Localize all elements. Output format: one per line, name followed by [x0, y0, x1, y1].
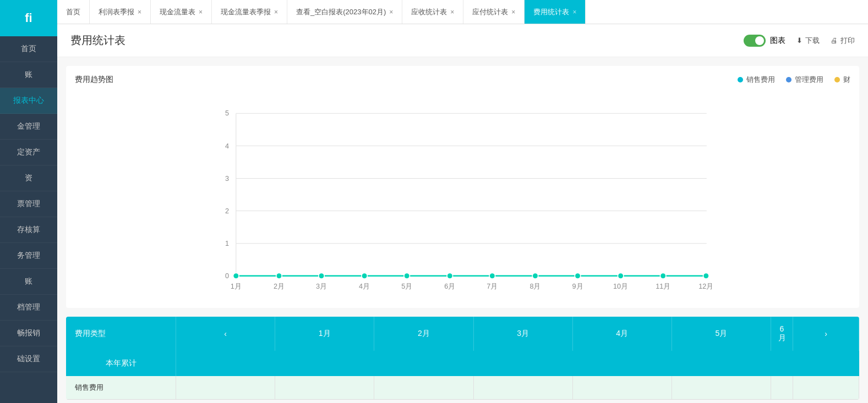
sidebar-item-capital[interactable]: 资 — [0, 165, 57, 191]
sidebar-logo: fi — [0, 0, 57, 36]
col-prev-arrow[interactable]: ‹ — [176, 317, 275, 351]
sidebar-item-settings[interactable]: 础设置 — [0, 346, 57, 372]
tab-close-cashflow[interactable]: × — [199, 8, 203, 16]
svg-point-36 — [660, 273, 666, 279]
tab-close-profit-quarter[interactable]: × — [138, 8, 141, 16]
svg-point-31 — [447, 273, 453, 279]
svg-text:11月: 11月 — [656, 283, 670, 290]
col-month-5: 5月 — [672, 317, 771, 351]
legend-label-sales: 销售费用 — [746, 75, 775, 85]
svg-text:10月: 10月 — [613, 283, 628, 290]
row-sales-m3 — [474, 376, 573, 399]
legend-dot-admin — [786, 77, 791, 82]
expense-table: 费用类型 ‹ 1月 2月 3月 4月 5月 6月 › 本年累计 销售费用 — [66, 317, 859, 400]
sidebar-item-home[interactable]: 首页 — [0, 36, 57, 62]
svg-point-35 — [618, 273, 624, 279]
row-sales-cumul — [793, 376, 859, 399]
col-month-4: 4月 — [573, 317, 672, 351]
download-button[interactable]: ⬇ 下载 — [796, 36, 820, 46]
print-button[interactable]: 🖨 打印 — [831, 36, 855, 46]
svg-point-26 — [233, 273, 239, 279]
tab-profit-quarter[interactable]: 利润表季报 × — [90, 0, 151, 24]
legend-dot-sales — [738, 77, 743, 82]
chart-toggle-label: 图表 — [770, 36, 785, 46]
row-sales-m2 — [374, 376, 473, 399]
svg-point-32 — [489, 273, 495, 279]
tab-payable[interactable]: 应付统计表 × — [463, 0, 525, 24]
svg-point-34 — [575, 273, 581, 279]
svg-text:9月: 9月 — [572, 283, 583, 290]
svg-text:4: 4 — [225, 142, 229, 150]
page-title: 费用统计表 — [70, 33, 125, 48]
svg-text:0: 0 — [225, 272, 229, 280]
svg-text:12月: 12月 — [698, 283, 713, 290]
table-header-row: 费用类型 ‹ 1月 2月 3月 4月 5月 6月 › 本年累计 — [66, 317, 859, 376]
svg-text:5: 5 — [225, 109, 229, 117]
chart-legend: 销售费用 管理费用 财 — [738, 75, 850, 85]
sidebar-item-voucher[interactable]: 票管理 — [0, 191, 57, 217]
chart-container: 0 1 2 3 4 5 1月 2月 3月 4月 5月 6月 7月 8月 9 — [75, 90, 850, 299]
header-actions: 图表 ⬇ 下载 🖨 打印 — [744, 35, 855, 47]
tab-close-payable[interactable]: × — [511, 8, 515, 16]
row-sales-type: 销售费用 — [66, 376, 176, 399]
chart-title: 费用趋势图 — [75, 75, 113, 85]
svg-text:2月: 2月 — [274, 283, 285, 290]
sidebar-item-reports[interactable]: 报表中心 — [0, 88, 57, 114]
main-content: 首页 利润表季报 × 现金流量表 × 现金流量表季报 × 查看_空白报表(202… — [57, 0, 868, 403]
svg-point-28 — [319, 273, 325, 279]
tab-cashflow[interactable]: 现金流量表 × — [151, 0, 212, 24]
sidebar-item-inventory[interactable]: 存核算 — [0, 217, 57, 243]
svg-text:1月: 1月 — [231, 283, 242, 290]
chart-header: 费用趋势图 销售费用 管理费用 财 — [75, 75, 850, 85]
tab-cashflow-quarter[interactable]: 现金流量表季报 × — [212, 0, 287, 24]
page-header: 费用统计表 图表 ⬇ 下载 🖨 打印 — [57, 24, 868, 57]
svg-text:3月: 3月 — [316, 283, 327, 290]
legend-admin: 管理费用 — [786, 75, 823, 85]
col-month-6: 6月 — [771, 317, 793, 351]
tab-expense[interactable]: 费用统计表 × — [525, 0, 586, 24]
row-sales-m1 — [275, 376, 374, 399]
sidebar-item-ledger[interactable]: 账 — [0, 269, 57, 295]
next-arrow-icon[interactable]: › — [825, 329, 827, 338]
tab-close-receivable[interactable]: × — [450, 8, 454, 16]
prev-arrow-icon[interactable]: ‹ — [224, 329, 227, 338]
tab-home[interactable]: 首页 — [57, 0, 90, 24]
row-sales-empty — [176, 376, 275, 399]
print-icon: 🖨 — [831, 36, 838, 45]
sidebar-item-expense[interactable]: 畅报销 — [0, 321, 57, 346]
chart-toggle[interactable] — [744, 35, 766, 47]
row-sales-m5 — [672, 376, 771, 399]
table-row-sales: 销售费用 — [66, 376, 859, 400]
legend-sales: 销售费用 — [738, 75, 775, 85]
svg-text:7月: 7月 — [487, 283, 498, 290]
legend-label-admin: 管理费用 — [795, 75, 823, 85]
col-month-3: 3月 — [474, 317, 573, 351]
col-type: 费用类型 — [66, 317, 176, 351]
tab-blank-report[interactable]: 查看_空白报表(2023年02月) × — [287, 0, 402, 24]
col-month-1: 1月 — [275, 317, 374, 351]
sidebar-item-archive[interactable]: 档管理 — [0, 295, 57, 321]
svg-point-29 — [362, 273, 368, 279]
tab-bar: 首页 利润表季报 × 现金流量表 × 现金流量表季报 × 查看_空白报表(202… — [57, 0, 868, 24]
tab-close-blank-report[interactable]: × — [389, 8, 393, 16]
svg-text:4月: 4月 — [359, 283, 370, 290]
sidebar-item-account[interactable]: 账 — [0, 62, 57, 88]
svg-point-37 — [703, 273, 709, 279]
col-next-arrow[interactable]: › — [793, 317, 859, 351]
row-sales-m6 — [771, 376, 793, 399]
legend-dot-finance — [834, 77, 840, 82]
svg-text:6月: 6月 — [444, 283, 455, 290]
sidebar-item-finance[interactable]: 金管理 — [0, 114, 57, 140]
tab-receivable[interactable]: 应收统计表 × — [402, 0, 463, 24]
tab-close-expense[interactable]: × — [572, 8, 576, 16]
tab-close-cashflow-quarter[interactable]: × — [274, 8, 278, 16]
sidebar-item-service[interactable]: 务管理 — [0, 243, 57, 269]
svg-text:3: 3 — [225, 175, 229, 183]
line-chart-svg: 0 1 2 3 4 5 1月 2月 3月 4月 5月 6月 7月 8月 9 — [75, 90, 850, 299]
sidebar-item-assets[interactable]: 定资产 — [0, 140, 57, 165]
col-month-2: 2月 — [374, 317, 473, 351]
svg-text:1: 1 — [225, 240, 229, 247]
svg-text:8月: 8月 — [529, 283, 541, 290]
chart-toggle-wrapper: 图表 — [744, 35, 785, 47]
col-cumulative: 本年累计 — [66, 351, 176, 376]
